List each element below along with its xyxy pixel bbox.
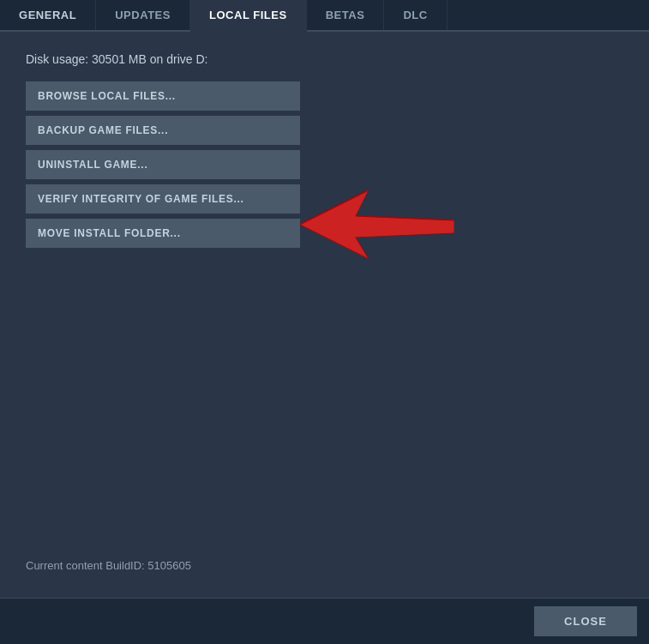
backup-game-files-button[interactable]: BACKUP GAME FILES... — [26, 116, 300, 145]
verify-integrity-button[interactable]: VERIFY INTEGRITY OF GAME FILES... — [26, 184, 300, 214]
move-install-folder-button[interactable]: MOVE INSTALL FOLDER... — [26, 219, 300, 248]
arrow-annotation — [300, 190, 454, 268]
dialog-footer: CLOSE — [0, 598, 649, 644]
build-id-label: Current content BuildID: 5105605 — [26, 559, 623, 581]
tab-betas[interactable]: BETAS — [307, 0, 385, 30]
svg-marker-0 — [300, 190, 454, 259]
tab-local-files[interactable]: LOCAL FILES — [190, 0, 307, 32]
disk-usage-label: Disk usage: 30501 MB on drive D: — [26, 52, 623, 66]
tabs-bar: GENERAL UPDATES LOCAL FILES BETAS DLC — [0, 0, 649, 32]
action-buttons-list: BROWSE LOCAL FILES... BACKUP GAME FILES.… — [26, 81, 300, 248]
steam-properties-window: GENERAL UPDATES LOCAL FILES BETAS DLC Di… — [0, 0, 649, 644]
tab-updates[interactable]: UPDATES — [96, 0, 190, 30]
tab-general[interactable]: GENERAL — [0, 0, 96, 30]
uninstall-game-button[interactable]: UNINSTALL GAME... — [26, 150, 300, 179]
browse-local-files-button[interactable]: BROWSE LOCAL FILES... — [26, 81, 300, 111]
local-files-content: Disk usage: 30501 MB on drive D: BROWSE … — [0, 32, 649, 598]
tab-dlc[interactable]: DLC — [384, 0, 447, 30]
close-button[interactable]: CLOSE — [534, 606, 637, 636]
